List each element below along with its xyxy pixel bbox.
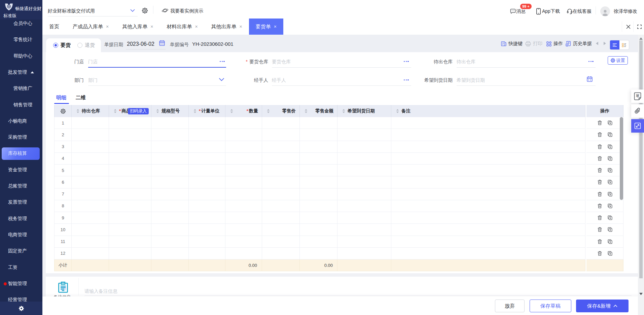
grid-cell[interactable] xyxy=(225,141,262,153)
grid-cell[interactable] xyxy=(391,141,585,153)
grid-cell[interactable] xyxy=(262,176,300,188)
grid-cell[interactable] xyxy=(337,248,391,259)
grid-header-6[interactable]: 零售价 xyxy=(262,105,300,117)
grid-cell[interactable] xyxy=(391,153,585,165)
tab-close-icon[interactable]: × xyxy=(240,24,242,29)
grid-cell[interactable] xyxy=(391,165,585,176)
sidebar-item-12[interactable]: 税务管理 xyxy=(0,213,42,225)
note-input[interactable]: 请输入备注信息 xyxy=(84,288,117,294)
sidebar-item-13[interactable]: 电商管理 xyxy=(0,229,42,241)
grid-cell[interactable] xyxy=(391,176,585,188)
grid-cell[interactable] xyxy=(151,212,189,224)
sort-icon[interactable] xyxy=(305,109,308,113)
draft-note-button[interactable]: 草 xyxy=(631,90,644,103)
grid-cell[interactable] xyxy=(151,153,189,165)
grid-cell[interactable] xyxy=(189,236,225,248)
grid-cell[interactable] xyxy=(151,165,189,176)
sort-icon[interactable] xyxy=(193,109,196,113)
grid-cell[interactable] xyxy=(151,129,189,141)
grid-cell[interactable] xyxy=(189,165,225,176)
sort-icon[interactable] xyxy=(267,109,270,113)
grid-cell[interactable] xyxy=(337,188,391,200)
sidebar-item-9[interactable]: 资金管理 xyxy=(0,164,42,176)
grid-cell[interactable] xyxy=(391,200,585,212)
grid-cell[interactable] xyxy=(300,141,337,153)
messages-icon[interactable] xyxy=(510,8,516,14)
grid-header-3[interactable]: 规格型号 xyxy=(151,105,189,117)
delete-row-icon[interactable] xyxy=(598,227,602,232)
grid-header-2[interactable]: *商品扫码录入 xyxy=(109,105,151,117)
sidebar-item-6[interactable]: 小畅电商 xyxy=(0,115,42,127)
grid-cell[interactable] xyxy=(391,117,585,129)
grid-cell[interactable] xyxy=(262,200,300,212)
grid-cell[interactable] xyxy=(109,141,151,153)
tab-2d[interactable]: 二维 xyxy=(76,95,86,101)
grid-cell[interactable] xyxy=(189,212,225,224)
grid-header-5[interactable]: *数量 xyxy=(225,105,262,117)
sort-icon[interactable] xyxy=(396,109,399,113)
grid-cell[interactable] xyxy=(151,117,189,129)
sidebar-item-4[interactable]: 营销推广 xyxy=(0,82,42,95)
grid-cell[interactable] xyxy=(262,153,300,165)
grid-cell[interactable] xyxy=(189,224,225,236)
grid-header-8[interactable]: 希望到货日期 xyxy=(337,105,391,117)
copy-row-icon[interactable] xyxy=(608,227,612,232)
grid-cell[interactable] xyxy=(391,248,585,259)
grid-cell[interactable] xyxy=(109,153,151,165)
doc-tab-1[interactable]: 产成品入库单× xyxy=(66,19,115,35)
grid-cell[interactable] xyxy=(225,165,262,176)
sort-icon[interactable] xyxy=(342,109,345,113)
history-button[interactable]: 历史单据 xyxy=(566,41,592,47)
operations-button[interactable]: 操作 xyxy=(546,41,563,47)
grid-cell[interactable] xyxy=(391,224,585,236)
grid-cell[interactable] xyxy=(189,248,225,259)
date-value[interactable]: 2023-06-02 xyxy=(127,41,154,47)
grid-cell[interactable] xyxy=(109,248,151,259)
fullscreen-button[interactable] xyxy=(635,19,644,35)
sort-icon[interactable] xyxy=(76,109,79,113)
doc-tab-4[interactable]: 其他出库单× xyxy=(205,19,249,35)
grid-cell[interactable] xyxy=(337,200,391,212)
copy-row-icon[interactable] xyxy=(608,132,612,137)
grid-cell[interactable] xyxy=(225,188,262,200)
grid-cell[interactable] xyxy=(109,236,151,248)
column-settings-gear-icon[interactable] xyxy=(61,109,66,114)
grid-cell[interactable] xyxy=(72,200,109,212)
grid-cell[interactable] xyxy=(300,236,337,248)
grid-cell[interactable] xyxy=(225,117,262,129)
scan-entry-badge[interactable]: 扫码录入 xyxy=(128,108,149,114)
grid-cell[interactable] xyxy=(225,224,262,236)
grid-cell[interactable] xyxy=(72,117,109,129)
grid-header-gear[interactable] xyxy=(54,105,72,117)
scroll-down-icon[interactable] xyxy=(639,293,643,295)
grid-cell[interactable] xyxy=(151,188,189,200)
grid-cell[interactable] xyxy=(109,176,151,188)
grid-cell[interactable] xyxy=(337,212,391,224)
demo-planet-icon[interactable] xyxy=(162,7,169,13)
grid-cell[interactable] xyxy=(109,200,151,212)
sort-icon[interactable] xyxy=(230,109,233,113)
grid-cell[interactable] xyxy=(391,188,585,200)
sort-icon[interactable] xyxy=(114,109,117,113)
support-headset-icon[interactable] xyxy=(567,8,572,14)
copy-row-icon[interactable] xyxy=(608,144,612,149)
avatar[interactable] xyxy=(600,6,610,16)
delete-row-icon[interactable] xyxy=(598,144,602,149)
copy-row-icon[interactable] xyxy=(608,204,612,208)
grid-cell[interactable] xyxy=(109,212,151,224)
want-warehouse-input[interactable]: 要货仓库 xyxy=(272,59,291,65)
list-view-button[interactable] xyxy=(610,40,619,49)
doc-tab-3[interactable]: 材料出库单× xyxy=(160,19,204,35)
copy-row-icon[interactable] xyxy=(608,215,612,220)
grid-cell[interactable] xyxy=(262,129,300,141)
delete-row-icon[interactable] xyxy=(598,204,602,208)
scroll-up-icon[interactable] xyxy=(639,37,643,40)
grid-cell[interactable] xyxy=(337,176,391,188)
app-download-label[interactable]: App下载 xyxy=(542,8,560,14)
grid-cell[interactable] xyxy=(225,236,262,248)
sidebar-item-0[interactable]: 会员中心 xyxy=(0,18,42,30)
grid-cell[interactable] xyxy=(300,129,337,141)
sidebar-item-5[interactable]: 销售管理 xyxy=(0,99,42,111)
delete-row-icon[interactable] xyxy=(598,120,602,125)
grid-cell[interactable] xyxy=(72,165,109,176)
